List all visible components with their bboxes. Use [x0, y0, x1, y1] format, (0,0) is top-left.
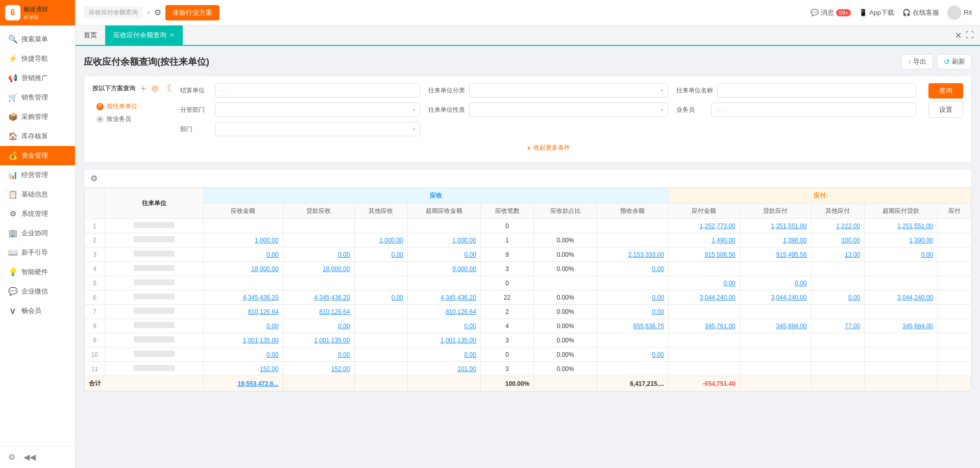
- cell-ap_overdue[interactable]: 1,251,551.00: [865, 219, 938, 233]
- footer-ar-amount[interactable]: 19,553,472,6...: [203, 376, 283, 391]
- cell-ap_amount[interactable]: 915,508.56: [668, 248, 740, 262]
- cell-ap_other[interactable]: 0.00: [811, 290, 864, 305]
- message-item[interactable]: 💬 消息 99+: [811, 8, 851, 17]
- sidebar-item-wechat[interactable]: 💬 企业微信: [0, 282, 75, 301]
- table-wrapper[interactable]: 往来单位 应收 应付 应收金额 贷款应收 其他应收 超期应收金额 应收笔数 应收…: [84, 188, 971, 391]
- user-info[interactable]: Rit: [947, 6, 972, 20]
- cell-ap_loan[interactable]: 1,390.00: [740, 233, 811, 248]
- sidebar-item-guide[interactable]: 📖 新手引导: [0, 243, 75, 262]
- cell-ap_other[interactable]: 13.00: [811, 248, 864, 262]
- cell-ap_amount[interactable]: 0.00: [668, 276, 740, 290]
- edit-scheme-icon[interactable]: ◎: [152, 83, 159, 94]
- cell-ar_amount[interactable]: 810,126.64: [203, 305, 283, 319]
- add-scheme-icon[interactable]: ＋: [139, 83, 148, 94]
- cell-ap_overdue[interactable]: 0.00: [865, 248, 938, 262]
- nature-input[interactable]: ▾: [469, 103, 668, 117]
- cell-ar_count[interactable]: 3: [480, 362, 533, 376]
- cell-ar_loan[interactable]: 810,126.64: [283, 305, 354, 319]
- tab-accounts[interactable]: 应收应付余额查询 ✕: [105, 25, 183, 45]
- cell-ar_prepay[interactable]: 655,636.75: [597, 319, 669, 333]
- header-gear-icon[interactable]: ⚙: [154, 8, 161, 17]
- expand-scheme-icon[interactable]: 《: [163, 83, 171, 94]
- setting-button[interactable]: 设置: [928, 102, 963, 118]
- cell-ar_ratio[interactable]: 0.00%: [534, 348, 597, 362]
- sidebar-item-purchase[interactable]: 📦 采购管理: [0, 107, 75, 127]
- cell-ar_count[interactable]: 1: [480, 233, 533, 248]
- cell-ar_amount[interactable]: 1,001,135.00: [203, 333, 283, 348]
- cell-ap_overdue[interactable]: 1,390.00: [865, 233, 938, 248]
- cell-ap_loan[interactable]: 0.00: [740, 276, 811, 290]
- cell-ar_count[interactable]: 4: [480, 319, 533, 333]
- trial-button[interactable]: 体验行业方案: [165, 5, 219, 20]
- cell-ap_loan[interactable]: 915,495.56: [740, 248, 811, 262]
- cell-ar_count[interactable]: 9: [480, 248, 533, 262]
- sidebar-item-marketing[interactable]: 📢 营销推广: [0, 68, 75, 88]
- cell-ar_other[interactable]: 0.00: [354, 290, 407, 305]
- cell-ar_count[interactable]: 3: [480, 333, 533, 348]
- collapse-filter-btn[interactable]: ∧ 收起更多条件: [180, 140, 916, 155]
- cell-ar_overdue[interactable]: 1,000.00: [407, 233, 480, 248]
- cell-ar_loan[interactable]: 18,000.00: [283, 262, 354, 276]
- cell-ap_amount[interactable]: 1,252,773.00: [668, 219, 740, 233]
- cell-ap_other[interactable]: 77.00: [811, 319, 864, 333]
- cell-ar_loan[interactable]: 0.00: [283, 319, 354, 333]
- settlement-input[interactable]: ···: [215, 83, 420, 97]
- partner-type-input[interactable]: ▾: [469, 83, 668, 97]
- cell-ap_other[interactable]: 1,222.00: [811, 219, 864, 233]
- cell-ar_overdue[interactable]: 4,345,436.20: [407, 290, 480, 305]
- sidebar-item-sales[interactable]: 🛒 销售管理: [0, 88, 75, 107]
- cell-ap_amount[interactable]: 1,490.00: [668, 233, 740, 248]
- tab-expand-icon[interactable]: ⛶: [966, 31, 974, 40]
- cell-ar_ratio[interactable]: 0.00%: [534, 262, 597, 276]
- cell-ar_overdue[interactable]: 0.00: [407, 319, 480, 333]
- cell-ar_count[interactable]: 0: [480, 219, 533, 233]
- sidebar-item-member[interactable]: V 畅会员: [0, 301, 75, 321]
- sidebar-item-hardware[interactable]: 💡 智能硬件: [0, 262, 75, 282]
- cell-ar_count[interactable]: 3: [480, 262, 533, 276]
- cell-ap_amount[interactable]: 345,761.00: [668, 319, 740, 333]
- cell-ar_loan[interactable]: 4,345,436.20: [283, 290, 354, 305]
- salesperson-input[interactable]: ···: [711, 103, 916, 117]
- scheme-item-salesperson[interactable]: • 按业务员: [92, 113, 174, 126]
- cell-ar_loan[interactable]: 0.00: [283, 248, 354, 262]
- tab-home[interactable]: 首页: [76, 25, 105, 45]
- cell-ar_prepay[interactable]: 0.00: [597, 348, 669, 362]
- cell-ar_overdue[interactable]: 1,001,135.00: [407, 333, 480, 348]
- partner-name-input[interactable]: [717, 83, 916, 97]
- cell-ar_overdue[interactable]: 0.00: [407, 248, 480, 262]
- cell-ar_amount[interactable]: 152.00: [203, 362, 283, 376]
- cell-ar_amount[interactable]: 4,345,436.20: [203, 290, 283, 305]
- cell-ap_amount[interactable]: 3,044,240.00: [668, 290, 740, 305]
- cell-ar_overdue[interactable]: 9,000.00: [407, 262, 480, 276]
- sidebar-item-funds[interactable]: 💰 资金管理: [0, 146, 75, 165]
- cell-ar_amount[interactable]: 0.00: [203, 248, 283, 262]
- cell-ar_amount[interactable]: 1,000.00: [203, 233, 283, 248]
- cell-ap_other[interactable]: 100.00: [811, 233, 864, 248]
- cell-ar_loan[interactable]: 152.00: [283, 362, 354, 376]
- cell-ar_prepay[interactable]: 0.00: [597, 262, 669, 276]
- cell-ar_prepay[interactable]: 2,153,333.00: [597, 248, 669, 262]
- dept-input[interactable]: ▾: [215, 103, 420, 117]
- export-button[interactable]: ↑ 导出: [901, 54, 933, 69]
- cell-ar_count[interactable]: 2: [480, 305, 533, 319]
- settings-footer-icon[interactable]: ⚙: [8, 452, 15, 462]
- subdept-input[interactable]: ▾: [215, 122, 420, 136]
- cell-ar_overdue[interactable]: 101.00: [407, 362, 480, 376]
- cell-ar_ratio[interactable]: 0.00%: [534, 248, 597, 262]
- cell-ar_ratio[interactable]: 0.00%: [534, 233, 597, 248]
- sidebar-item-basic[interactable]: 📋 基础信息: [0, 185, 75, 204]
- cell-ap_loan[interactable]: 3,044,240.00: [740, 290, 811, 305]
- cell-ar_prepay[interactable]: 0.00: [597, 290, 669, 305]
- cell-ar_loan[interactable]: 0.00: [283, 348, 354, 362]
- cell-ar_amount[interactable]: 18,000.00: [203, 262, 283, 276]
- cell-ar_ratio[interactable]: 0.00%: [534, 333, 597, 348]
- scheme-item-partner[interactable]: P 按往来单位: [92, 100, 174, 113]
- cell-ar_ratio[interactable]: 0.00%: [534, 305, 597, 319]
- cell-ar_overdue[interactable]: 810,126.64: [407, 305, 480, 319]
- cell-ar_amount[interactable]: 0.00: [203, 348, 283, 362]
- sidebar-item-search[interactable]: 🔍 搜索菜单: [0, 30, 75, 49]
- tab-close-icon[interactable]: ✕: [169, 32, 175, 39]
- cell-ar_ratio[interactable]: 0.00%: [534, 290, 597, 305]
- cell-ap_overdue[interactable]: 3,044,240.00: [865, 290, 938, 305]
- app-download-item[interactable]: 📱 App下载: [859, 8, 894, 17]
